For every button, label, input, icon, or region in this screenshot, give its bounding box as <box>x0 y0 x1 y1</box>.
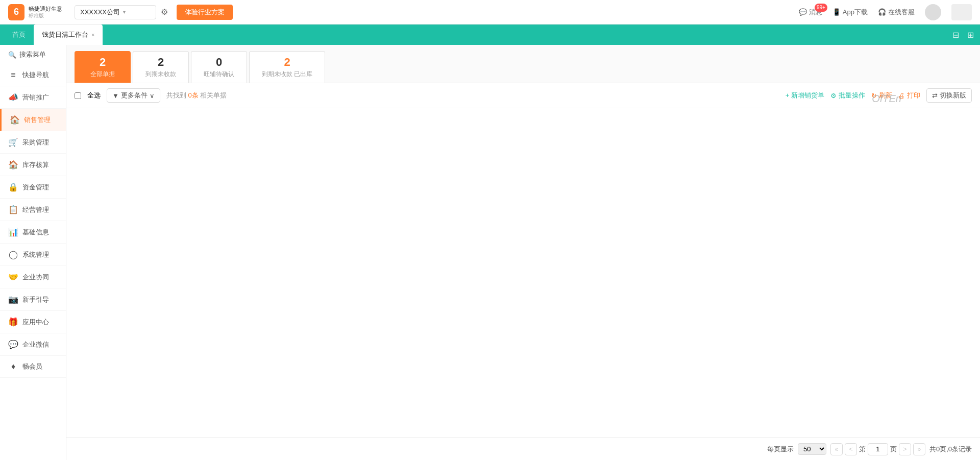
page-size-select[interactable]: 50 20 100 <box>798 443 826 455</box>
sidebar-item-app-center[interactable]: 🎁 应用中心 <box>0 311 66 333</box>
sidebar-item-system-mgmt[interactable]: ◯ 系统管理 <box>0 244 66 266</box>
top-header: 6 畅捷通好生意 标准版 XXXXXX公司 ▾ ⚙ 体验行业方案 💬 消息 99… <box>0 0 980 25</box>
last-page-button[interactable]: » <box>913 443 925 455</box>
company-selector[interactable]: XXXXXX公司 ▾ <box>75 5 156 19</box>
capital-icon: 🔒 <box>8 182 18 192</box>
download-icon: 📱 <box>832 8 841 16</box>
found-text: 共找到 0条 相关单据 <box>166 91 227 100</box>
messages-button[interactable]: 💬 消息 99+ <box>799 8 822 17</box>
stat-tab-overdue-uncollected[interactable]: 2 到期未收款 <box>133 51 189 83</box>
filter-arrow-icon: ∨ <box>150 92 155 100</box>
main-layout: 🔍 搜索菜单 ≡ 快捷导航 📣 营销推广 🏠 销售管理 🛒 采购管理 🏠 库存核… <box>0 45 980 460</box>
service-icon: 🎧 <box>878 8 886 16</box>
member-icon: ♦ <box>8 362 18 371</box>
app-center-icon: 🎁 <box>8 317 18 327</box>
sidebar-item-enterprise-wechat[interactable]: 💬 企业微信 <box>0 333 66 356</box>
sidebar-item-capital-mgmt[interactable]: 🔒 资金管理 <box>0 176 66 199</box>
page-size-label: 每页显示 <box>767 445 794 454</box>
system-icon: ◯ <box>8 250 18 259</box>
page-number-input[interactable] <box>868 443 888 455</box>
search-icon: 🔍 <box>8 51 16 59</box>
logo-icon: 6 <box>8 4 24 20</box>
sidebar-item-inventory[interactable]: 🏠 库存核算 <box>0 154 66 176</box>
print-icon: 🖨 <box>898 92 905 100</box>
purchase-icon: 🛒 <box>8 137 18 147</box>
logo-text: 畅捷通好生意 标准版 <box>29 5 62 19</box>
sidebar: 🔍 搜索菜单 ≡ 快捷导航 📣 营销推广 🏠 销售管理 🛒 采购管理 🏠 库存核… <box>0 45 66 460</box>
sidebar-item-member[interactable]: ♦ 畅会员 <box>0 356 66 378</box>
operation-icon: 📋 <box>8 205 18 214</box>
logo-area: 6 畅捷通好生意 标准版 <box>8 4 75 20</box>
message-icon: 💬 <box>799 8 807 16</box>
sidebar-item-quick-nav[interactable]: ≡ 快捷导航 <box>0 64 66 86</box>
guide-icon: 📷 <box>8 295 18 304</box>
sales-icon: 🏠 <box>10 115 20 125</box>
tab-bar-right: ⊟ ⊞ <box>950 28 976 42</box>
chevron-down-icon: ▾ <box>123 9 126 15</box>
found-count: 0条 <box>188 91 199 99</box>
sidebar-item-marketing[interactable]: 📣 营销推广 <box>0 86 66 109</box>
content-inner: 2 全部单据 2 到期未收款 0 旺辅待确认 2 到期未收款 已出库 <box>66 45 980 460</box>
stat-tab-all[interactable]: 2 全部单据 <box>75 51 131 83</box>
select-all-checkbox[interactable] <box>75 92 81 99</box>
minimize-button[interactable]: ⊟ <box>950 28 961 42</box>
gear-icon: ⚙ <box>161 7 168 17</box>
total-info: 共0页,0条记录 <box>929 445 972 454</box>
sidebar-item-purchase-mgmt[interactable]: 🛒 采购管理 <box>0 131 66 154</box>
table-area <box>66 108 980 438</box>
print-button[interactable]: 🖨 打印 <box>898 91 920 100</box>
settings-button[interactable]: ⚙ <box>156 4 173 20</box>
stats-tabs: 2 全部单据 2 到期未收款 0 旺辅待确认 2 到期未收款 已出库 <box>66 45 980 83</box>
wechat-icon: 💬 <box>8 340 18 349</box>
sidebar-search[interactable]: 🔍 搜索菜单 <box>0 45 66 64</box>
basic-info-icon: 📊 <box>8 227 18 237</box>
header-right: 💬 消息 99+ 📱 App下载 🎧 在线客服 <box>799 4 972 20</box>
tab-home[interactable]: 首页 <box>4 25 34 45</box>
batch-op-icon: ⚙ <box>830 92 837 100</box>
messages-badge: 99+ <box>815 4 827 12</box>
switch-icon: ⇄ <box>932 92 938 100</box>
quick-nav-icon: ≡ <box>8 70 18 80</box>
filter-icon: ▼ <box>112 92 119 100</box>
switch-version-button[interactable]: ⇄ 切换新版 <box>926 88 972 103</box>
avatar[interactable] <box>925 4 941 20</box>
sidebar-item-sales-mgmt[interactable]: 🏠 销售管理 <box>0 109 66 131</box>
enterprise-icon: 🤝 <box>8 272 18 282</box>
app-download-button[interactable]: 📱 App下载 <box>832 8 868 17</box>
sidebar-item-enterprise-coop[interactable]: 🤝 企业协同 <box>0 266 66 288</box>
toolbar-right: + 新增销货单 ⚙ 批量操作 ↻ 刷新 🖨 打印 ⇄ <box>786 88 972 103</box>
filter-button[interactable]: ▼ 更多条件 ∨ <box>107 88 160 103</box>
next-page-button[interactable]: > <box>899 443 911 455</box>
refresh-button[interactable]: ↻ 刷新 <box>871 91 892 100</box>
sidebar-item-operation-mgmt[interactable]: 📋 经营管理 <box>0 199 66 221</box>
stat-tab-overdue-unshipped[interactable]: 2 到期未收款 已出库 <box>249 51 325 83</box>
footer: 每页显示 50 20 100 « < 第 页 > » 共0页,0条记录 <box>66 438 980 460</box>
sidebar-item-basic-info[interactable]: 📊 基础信息 <box>0 221 66 244</box>
toolbar: 全选 ▼ 更多条件 ∨ 共找到 0条 相关单据 + 新增销货单 ⚙ <box>66 83 980 108</box>
refresh-icon: ↻ <box>871 92 877 100</box>
prev-page-button[interactable]: < <box>845 443 857 455</box>
batch-op-button[interactable]: ⚙ 批量操作 <box>830 91 865 100</box>
pagination: « < 第 页 > » <box>830 443 925 455</box>
first-page-button[interactable]: « <box>830 443 843 455</box>
select-all-label: 全选 <box>87 91 101 100</box>
inventory-icon: 🏠 <box>8 160 18 170</box>
content-area: 2 全部单据 2 到期未收款 0 旺辅待确认 2 到期未收款 已出库 <box>66 45 980 460</box>
maximize-button[interactable]: ⊞ <box>965 28 976 42</box>
close-tab-icon[interactable]: × <box>91 32 94 38</box>
new-sale-button[interactable]: + 新增销货单 <box>786 91 824 100</box>
experience-button[interactable]: 体验行业方案 <box>177 5 233 20</box>
user-menu[interactable] <box>951 4 972 20</box>
tab-bar: 首页 钱货日清工作台 × ⊟ ⊞ <box>0 25 980 45</box>
marketing-icon: 📣 <box>8 92 18 102</box>
stat-tab-wangwang-pending[interactable]: 0 旺辅待确认 <box>191 51 247 83</box>
online-service-button[interactable]: 🎧 在线客服 <box>878 8 915 17</box>
tab-qianhuoricheng[interactable]: 钱货日清工作台 × <box>34 25 103 45</box>
sidebar-item-new-guide[interactable]: 📷 新手引导 <box>0 288 66 311</box>
